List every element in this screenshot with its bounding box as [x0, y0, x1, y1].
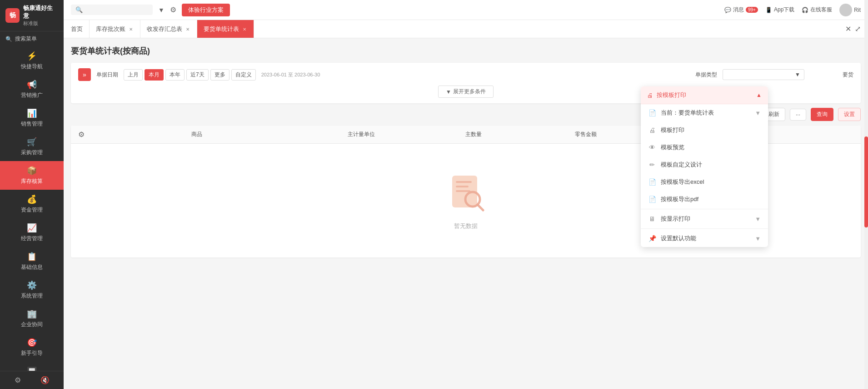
dropdown-divider-1	[641, 209, 768, 209]
query-btn[interactable]: 查询	[811, 108, 833, 121]
sound-icon[interactable]: 🔇	[40, 376, 50, 384]
online-service-btn[interactable]: 🎧 在线客服	[802, 6, 832, 14]
sidebar-item-sales[interactable]: 📊 销售管理	[0, 104, 64, 132]
dropdown-default-func[interactable]: 📌 设置默认功能 ▼	[641, 230, 768, 247]
template-excel-icon: 📄	[648, 178, 656, 186]
sidebar-logo: 畅 畅康通好生意 标准版	[0, 0, 64, 31]
tab-order-stats-close[interactable]: ✕	[242, 26, 247, 32]
guide-icon: 🎯	[27, 338, 37, 348]
filter-row: » 单据日期 上月 本月 本年 近7天 更多 自定义 2023-06-01 至 …	[78, 68, 853, 81]
search-input[interactable]	[85, 7, 148, 13]
app-download-btn[interactable]: 📱 App下载	[765, 6, 794, 14]
dropdown-template-excel[interactable]: 📄 按模板导出excel	[641, 173, 768, 191]
top-header: 🔍 ▼ ⚙ 体验行业方案 💬 消息 99+ 📱 App下载 🎧 在线客服 Rit	[64, 0, 868, 20]
header-gear-icon[interactable]: ⚙	[170, 5, 176, 14]
sidebar-nav: ⚡ 快捷导航 📢 营销推广 📊 销售管理 🛒 采购管理 📦 库存核算 💰 资金管…	[0, 46, 64, 371]
filter-expand-btn[interactable]: »	[78, 68, 91, 81]
tab-home[interactable]: 首页	[71, 20, 90, 38]
sidebar-item-operations[interactable]: 📈 经营管理	[0, 218, 64, 247]
more-btn[interactable]: 更多	[210, 69, 229, 81]
dropdown-template-preview[interactable]: 👁 模板预览	[641, 139, 768, 156]
header-search-box[interactable]: 🔍	[71, 5, 153, 15]
dropdown-divider-2	[641, 228, 768, 229]
sidebar-item-basic-info[interactable]: 📋 基础信息	[0, 247, 64, 276]
sidebar-search[interactable]: 🔍 搜索菜单	[0, 31, 64, 46]
dropdown-display-print[interactable]: 🖥 按显示打印 ▼	[641, 210, 768, 227]
col-unit: 主计量单位	[309, 131, 413, 138]
sidebar-item-system[interactable]: ⚙️ 系统管理	[0, 276, 64, 304]
dropdown-template-pdf[interactable]: 📄 按模板导出pdf	[641, 191, 768, 208]
type-select-box[interactable]: ▼	[723, 69, 804, 80]
user-avatar-btn[interactable]: Rit	[839, 4, 861, 16]
date-range-text: 2023-06-01 至 2023-06-30	[261, 71, 320, 78]
template-preview-icon: 👁	[648, 144, 656, 151]
template-print-icon: 🖨	[648, 126, 656, 134]
app-name: 畅康通好生意 标准版	[23, 5, 58, 26]
custom-btn[interactable]: 自定义	[231, 69, 256, 81]
current-chevron: ▼	[755, 110, 761, 116]
message-btn[interactable]: 💬 消息 99+	[724, 6, 758, 14]
col-product: 商品	[94, 131, 300, 138]
sidebar-item-enterprise[interactable]: 🏢 企业协同	[0, 304, 64, 333]
sidebar-item-app-center[interactable]: 🔲 应用中心	[0, 362, 64, 371]
tab-bar: 首页 库存批次账 ✕ 收发存汇总表 ✕ 要货单统计表 ✕ ✕ ⤢	[64, 20, 868, 38]
download-icon: 📱	[765, 7, 772, 13]
current-month-btn[interactable]: 本月	[145, 69, 164, 81]
operations-icon: 📈	[27, 223, 37, 233]
dropdown-template-custom[interactable]: ✏ 模板自定义设计	[641, 156, 768, 173]
sidebar-item-marketing[interactable]: 📢 营销推广	[0, 75, 64, 104]
page-content: 要货单统计表(按商品) » 单据日期 上月 本月 本年 近7天 更多 自定义 2…	[64, 38, 868, 389]
enterprise-icon: 🏢	[27, 309, 37, 319]
tab-batch-account-close[interactable]: ✕	[128, 26, 134, 32]
type-select-chevron: ▼	[795, 71, 800, 78]
template-pdf-icon: 📄	[648, 196, 656, 203]
col-quantity: 主数量	[422, 131, 525, 138]
sidebar: 畅 畅康通好生意 标准版 🔍 搜索菜单 ⚡ 快捷导航 📢 营销推广 📊 销售管理…	[0, 0, 64, 389]
display-print-chevron: ▼	[755, 216, 761, 222]
default-func-icon: 📌	[648, 235, 656, 242]
basic-info-icon: 📋	[27, 252, 37, 262]
settings-bottom-icon[interactable]: ⚙	[15, 376, 21, 384]
tab-batch-account[interactable]: 库存批次账 ✕	[90, 20, 140, 38]
dropdown-header-icon: 🖨	[647, 92, 653, 99]
col-settings-icon[interactable]: ⚙	[78, 130, 85, 139]
tab-receipt-summary-close[interactable]: ✕	[185, 26, 190, 32]
prev-month-btn[interactable]: 上月	[124, 69, 143, 81]
finance-icon: 💰	[27, 194, 37, 204]
current-template-icon: 📄	[648, 109, 656, 116]
tab-receipt-summary[interactable]: 收发存汇总表 ✕	[140, 20, 197, 38]
empty-text: 暂无数据	[454, 222, 478, 230]
app-center-icon: 🔲	[27, 366, 37, 371]
tab-order-stats[interactable]: 要货单统计表 ✕	[197, 20, 254, 38]
template-custom-icon: ✏	[648, 161, 656, 168]
right-scrollbar[interactable]	[864, 0, 868, 389]
svg-rect-3	[456, 190, 470, 192]
sidebar-bottom: ⚙ 🔇	[0, 371, 64, 389]
tab-close-window-btn[interactable]: ✕	[845, 25, 851, 33]
sidebar-item-quick-nav[interactable]: ⚡ 快捷导航	[0, 46, 64, 75]
tab-maximize-btn[interactable]: ⤢	[855, 25, 861, 33]
sidebar-item-guide[interactable]: 🎯 新手引导	[0, 333, 64, 362]
sales-icon: 📊	[27, 108, 37, 118]
dropdown-template-print[interactable]: 🖨 模板打印	[641, 121, 768, 139]
trial-btn[interactable]: 体验行业方案	[182, 4, 230, 16]
search-input-icon: 🔍	[75, 6, 83, 13]
expand-more-btn[interactable]: ▼ 展开更多条件	[438, 86, 494, 98]
current-year-btn[interactable]: 本年	[165, 69, 185, 81]
sidebar-item-finance[interactable]: 💰 资金管理	[0, 190, 64, 218]
more-toolbar-btn[interactable]: ···	[790, 109, 806, 121]
last-7-days-btn[interactable]: 近7天	[186, 69, 209, 81]
scrollbar-thumb[interactable]	[864, 136, 868, 227]
svg-rect-1	[456, 181, 472, 183]
default-func-chevron: ▼	[755, 235, 761, 242]
svg-rect-2	[456, 186, 469, 187]
settings-toolbar-btn[interactable]: 设置	[838, 108, 861, 121]
sidebar-item-purchase[interactable]: 🛒 采购管理	[0, 132, 64, 161]
page-title: 要货单统计表(按商品)	[71, 45, 861, 56]
search-dropdown-btn[interactable]: ▼	[158, 6, 165, 14]
sidebar-item-inventory[interactable]: 📦 库存核算	[0, 161, 64, 190]
yaohuo-label: 要货	[843, 71, 853, 79]
dropdown-current-item[interactable]: 📄 当前：要货单统计表 ▼	[641, 104, 768, 121]
quick-nav-icon: ⚡	[27, 51, 37, 61]
dropdown-header[interactable]: 🖨 按模板打印 ▲	[641, 86, 768, 104]
